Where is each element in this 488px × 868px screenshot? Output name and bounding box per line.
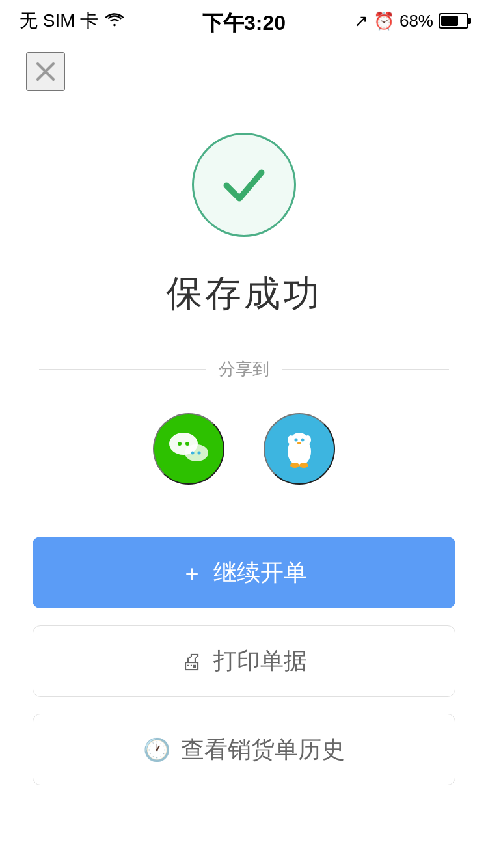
svg-point-16 bbox=[299, 463, 308, 468]
svg-point-6 bbox=[191, 452, 195, 455]
svg-point-10 bbox=[295, 439, 298, 442]
print-label: 打印单据 bbox=[213, 645, 307, 677]
status-bar: 无 SIM 卡 下午3:20 ↗ ⏰ 68% bbox=[0, 0, 488, 42]
svg-point-13 bbox=[288, 435, 294, 444]
checkmark-icon bbox=[215, 154, 273, 215]
close-button[interactable] bbox=[26, 52, 65, 91]
plus-icon: ＋ bbox=[181, 562, 203, 584]
svg-point-14 bbox=[305, 435, 311, 444]
status-right: ↗ ⏰ 68% bbox=[354, 11, 468, 31]
action-buttons: ＋ 继续开单 🖨 打印单据 🕐 查看销货单历史 bbox=[0, 537, 488, 785]
divider-line-left bbox=[39, 369, 206, 370]
status-left: 无 SIM 卡 bbox=[20, 8, 124, 33]
svg-point-7 bbox=[198, 452, 201, 455]
print-icon: 🖨 bbox=[181, 650, 203, 672]
svg-point-5 bbox=[185, 442, 189, 446]
success-title: 保存成功 bbox=[166, 269, 322, 319]
carrier-text: 无 SIM 卡 bbox=[20, 8, 98, 33]
battery-percent: 68% bbox=[400, 11, 433, 31]
svg-point-3 bbox=[185, 444, 208, 461]
divider-line-right bbox=[282, 369, 449, 370]
status-time: 下午3:20 bbox=[202, 9, 286, 38]
continue-label: 继续开单 bbox=[213, 557, 307, 589]
success-circle bbox=[192, 133, 296, 237]
clock-icon: 🕐 bbox=[143, 739, 170, 761]
continue-button[interactable]: ＋ 继续开单 bbox=[33, 537, 455, 608]
share-divider: 分享到 bbox=[0, 358, 488, 381]
history-button[interactable]: 🕐 查看销货单历史 bbox=[33, 714, 455, 785]
print-button[interactable]: 🖨 打印单据 bbox=[33, 625, 455, 697]
wifi-icon bbox=[105, 10, 124, 31]
share-icons bbox=[153, 413, 335, 485]
main-content: 保存成功 分享到 bbox=[0, 42, 488, 785]
location-icon: ↗ bbox=[354, 11, 368, 31]
battery-icon bbox=[439, 13, 468, 29]
history-label: 查看销货单历史 bbox=[181, 734, 345, 766]
alarm-icon: ⏰ bbox=[373, 11, 394, 31]
wechat-share-button[interactable] bbox=[153, 413, 224, 485]
svg-point-12 bbox=[297, 442, 301, 444]
svg-point-4 bbox=[178, 442, 182, 446]
svg-point-15 bbox=[290, 463, 299, 468]
qq-share-button[interactable] bbox=[264, 413, 335, 485]
svg-point-11 bbox=[301, 439, 305, 442]
share-label: 分享到 bbox=[219, 358, 269, 381]
